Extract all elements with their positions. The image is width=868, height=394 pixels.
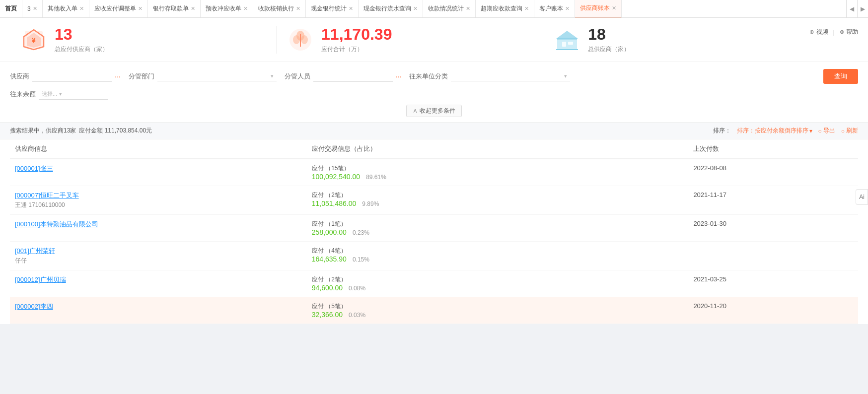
nav-tab-customer-book-close[interactable]: ✕ [565,5,570,12]
nav-tab-cash-bank-query[interactable]: 现金银行流水查询 ✕ [359,0,423,18]
nav-prev-arrow[interactable]: ◀ [846,0,857,18]
unit-class-dropdown-icon: ▾ [564,73,567,79]
result-text-2: 应付金额 111,703,854.00元 [79,127,152,135]
export-button[interactable]: ○ 导出 [818,127,835,135]
person-dots[interactable]: ··· [396,72,402,80]
last-date-cell-3 [688,242,858,270]
refresh-label: 刷新 [846,127,858,135]
tx-amount[interactable]: 94,600.00 [312,284,343,292]
nav-tab-supplier-book-close[interactable]: ✕ [612,5,616,11]
tx-amount-row: 100,092,540.0089.61% [312,173,684,181]
payable-suppliers-label: 总应付供应商（家） [55,45,108,54]
nav-tab-bank-deposit-close[interactable]: ✕ [191,5,195,12]
nav-tab-other-income[interactable]: 其他收入单 ✕ [43,0,89,18]
data-table: 供应商信息 应付交易信息（占比） 上次付数 [000001]张三应付 （15笔）… [10,139,858,324]
nav-tab-pre-receive-close[interactable]: ✕ [243,5,248,12]
supplier-link[interactable]: [000001]张三 [15,165,53,172]
nav-tab-3[interactable]: 3 ✕ [22,0,43,18]
sort-chevron-icon: ▾ [809,128,812,134]
tx-amount[interactable]: 100,092,540.00 [312,173,360,181]
nav-tab-receipt-stat-label: 收款情况统计 [428,4,464,13]
tx-amount-row: 11,051,486.009.89% [312,199,684,207]
sort-button[interactable]: 排序：按应付余额倒序排序 ▾ [737,127,812,135]
nav-tab-overdue-ar-close[interactable]: ✕ [524,5,529,12]
nav-tab-supplier-book[interactable]: 供应商账本 ✕ [575,0,622,18]
dept-select[interactable]: ▾ [157,71,277,81]
diamond-icon: ¥ [20,26,48,54]
collapse-button[interactable]: ∧ 收起更多条件 [406,105,461,117]
nav-tab-cash-bank-query-label: 现金银行流水查询 [363,4,411,13]
tx-cell-3: 应付 （4笔）164,635.900.15% [307,242,689,270]
nav-tab-cash-bank-stat[interactable]: 现金银行统计 ✕ [306,0,359,18]
nav-tab-receipt-verify[interactable]: 收款核销执行 ✕ [253,0,306,18]
nav-tab-home-label: 首页 [5,4,17,13]
balance-label: 往来余额 [10,90,36,99]
sort-text: 排序：按应付余额倒序排序 [737,127,808,135]
stat-info-payable-total: 11,170.39 应付合计（万） [321,26,392,54]
nav-tab-3-close[interactable]: ✕ [33,5,37,12]
tx-amount[interactable]: 32,366.00 [312,311,343,319]
filter-area: 供应商 ··· 分管部门 ▾ 分管人员 ··· 往来单位分类 ▾ 查询 [0,62,868,123]
table-header: 供应商信息 应付交易信息（占比） 上次付数 [10,139,858,159]
query-button[interactable]: 查询 [823,69,858,84]
supplier-input[interactable] [32,71,112,82]
supplier-link[interactable]: [001]广州荣轩 [15,247,55,255]
table-row: [000002]李四应付 （5笔）32,366.000.03%2020-11-2… [10,297,858,324]
link-separator: | [833,29,835,36]
result-text-1: 搜索结果中，供应商13家 [10,127,76,135]
refresh-button[interactable]: ○ 刷新 [841,127,858,135]
nav-tab-pre-receive[interactable]: 预收冲应收单 ✕ [201,0,253,18]
nav-tab-ar-ap-adjust-close[interactable]: ✕ [138,5,143,12]
tx-count: （1笔） [324,220,347,227]
nav-tab-supplier-book-label: 供应商账本 [580,4,610,12]
result-right-tools: 排序： 排序：按应付余额倒序排序 ▾ ○ 导出 ○ 刷新 [713,127,859,135]
video-link[interactable]: ⊙ 视频 [809,28,828,36]
supplier-link[interactable]: [000007]恒旺二手叉车 [15,192,79,199]
person-input[interactable] [313,71,393,82]
nav-tab-receipt-verify-close[interactable]: ✕ [296,5,300,12]
table-body: [000001]张三应付 （15笔）100,092,540.0089.61%20… [10,159,858,324]
supplier-link[interactable]: [000012]广州贝瑞 [15,276,66,283]
balance-select[interactable]: 选择... ▾ [39,89,108,100]
tx-amount-row: 258,000.000.23% [312,228,684,236]
table-row: [000012]广州贝瑞应付 （2笔）94,600.000.08%2021-03… [10,270,858,297]
tx-label: 应付 [312,276,324,283]
help-link[interactable]: ⊙ 帮助 [840,28,858,36]
filter-unit-class: 往来单位分类 ▾ [409,71,570,81]
last-payment-date: 2020-11-20 [693,302,726,310]
nav-tab-cash-bank-stat-label: 现金银行统计 [311,4,347,13]
tx-amount[interactable]: 11,051,486.00 [312,199,357,207]
supplier-link[interactable]: [000002]李四 [15,303,53,310]
unit-class-select[interactable]: ▾ [451,71,570,81]
nav-tab-pre-receive-label: 预收冲应收单 [206,4,241,13]
nav-tab-overdue-ar[interactable]: 超期应收款查询 ✕ [476,0,534,18]
nav-tab-home[interactable]: 首页 [0,0,22,18]
top-nav: 首页 3 ✕ 其他收入单 ✕ 应收应付调整单 ✕ 银行存取款单 ✕ 预收冲应收单… [0,0,868,18]
stat-block-total-suppliers: 18 总供应商（家） [543,26,809,54]
tx-label: 应付 [312,303,324,310]
nav-tab-other-income-close[interactable]: ✕ [79,5,84,12]
col-tx-info: 应付交易信息（占比） [307,139,689,159]
tx-label-count: 应付 （15笔） [312,164,684,173]
ai-float-button[interactable]: Ai [856,189,868,205]
tx-amount[interactable]: 164,635.90 [312,255,347,263]
supplier-cell-4: [000012]广州贝瑞 [10,270,307,297]
nav-tab-bank-deposit[interactable]: 银行存取款单 ✕ [148,0,201,18]
nav-next-arrow[interactable]: ▶ [857,0,868,18]
tx-count: （15笔） [324,165,350,172]
tx-amount[interactable]: 258,000.00 [312,228,347,236]
nav-tab-cash-bank-stat-close[interactable]: ✕ [349,5,353,12]
nav-tab-receipt-stat-close[interactable]: ✕ [466,5,470,12]
tx-amount-row: 164,635.900.15% [312,255,684,263]
nav-tab-receipt-stat[interactable]: 收款情况统计 ✕ [423,0,476,18]
refresh-icon: ○ [841,128,845,134]
nav-tab-customer-book[interactable]: 客户账本 ✕ [534,0,575,18]
nav-tab-ar-ap-adjust[interactable]: 应收应付调整单 ✕ [89,0,148,18]
balance-placeholder: 选择... [42,90,57,98]
supplier-dots[interactable]: ··· [115,72,121,80]
result-bar: 搜索结果中，供应商13家 应付金额 111,703,854.00元 排序： 排序… [0,123,868,139]
tx-count: （5笔） [324,303,347,310]
nav-tab-overdue-ar-label: 超期应收款查询 [481,4,522,13]
nav-tab-cash-bank-query-close[interactable]: ✕ [413,5,418,12]
supplier-link[interactable]: [000100]本特勤油品有限公司 [15,220,98,228]
